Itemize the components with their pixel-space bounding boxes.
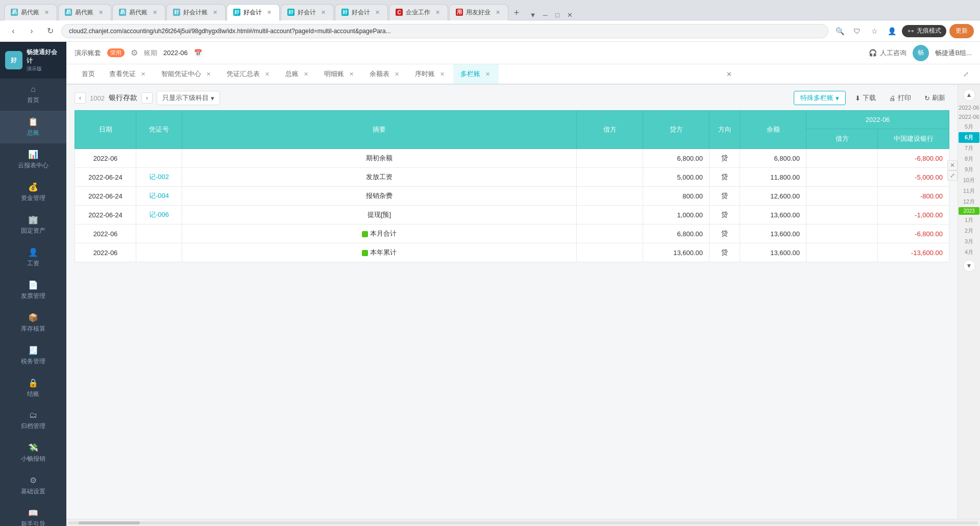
- next-account-button[interactable]: ›: [141, 92, 153, 104]
- sidebar-item-ledger[interactable]: 📋 总账: [0, 111, 66, 143]
- panel-expand-button[interactable]: ⤢: [947, 170, 958, 181]
- page-tab-close-detail_ledger[interactable]: ✕: [347, 70, 355, 78]
- month-item[interactable]: 12月: [959, 196, 979, 207]
- page-tab-smart[interactable]: 智能凭证中心✕: [154, 64, 219, 85]
- account-name[interactable]: 银行存款: [109, 93, 137, 103]
- tab-close-t5[interactable]: ✕: [265, 8, 273, 16]
- incognito-button[interactable]: 👓 无痕模式: [902, 25, 946, 37]
- month-item[interactable]: 2023: [959, 207, 979, 215]
- tab-close-t4[interactable]: ✕: [211, 8, 219, 16]
- tab-close-t3[interactable]: ✕: [151, 8, 159, 16]
- refresh-nav-button[interactable]: ↻: [43, 24, 57, 38]
- scroll-thumb[interactable]: [79, 521, 140, 524]
- horizontal-scrollbar[interactable]: [66, 519, 980, 526]
- browser-tab-t3[interactable]: 易 易代账 ✕: [112, 4, 165, 20]
- browser-tab-t1[interactable]: 易 易代账 ✕: [4, 4, 57, 20]
- page-tab-close-smart[interactable]: ✕: [204, 70, 212, 78]
- page-tab-close-general_ledger[interactable]: ✕: [302, 70, 310, 78]
- page-tab-close-vouchers[interactable]: ✕: [139, 70, 147, 78]
- sidebar-item-inventory[interactable]: 📦 库存核算: [0, 307, 66, 339]
- tab-expand-button[interactable]: ⤢: [960, 68, 972, 80]
- page-tab-close-sequence[interactable]: ✕: [438, 70, 446, 78]
- sidebar-item-reports[interactable]: 📊 云报表中心: [0, 143, 66, 176]
- browser-tab-t4[interactable]: 好 好会计账 ✕: [166, 4, 226, 20]
- prev-account-button[interactable]: ‹: [75, 92, 86, 104]
- consult-button[interactable]: 🎧 人工咨询: [869, 48, 906, 58]
- month-item[interactable]: 5月: [959, 121, 979, 132]
- forward-button[interactable]: ›: [24, 24, 39, 38]
- user-name[interactable]: 畅捷通B组...: [935, 48, 972, 58]
- tab-collapse-button[interactable]: ✕: [723, 68, 736, 80]
- page-tab-detail_ledger[interactable]: 明细账✕: [317, 64, 362, 85]
- month-item[interactable]: 10月: [959, 175, 979, 186]
- month-item[interactable]: 2月: [959, 226, 979, 236]
- page-tab-close-voucher_summary[interactable]: ✕: [263, 70, 271, 78]
- minimize-button[interactable]: ─: [540, 10, 550, 20]
- month-item[interactable]: 4月: [959, 247, 979, 258]
- settings-gear-icon[interactable]: ⚙: [131, 48, 138, 58]
- tab-close-t7[interactable]: ✕: [373, 8, 381, 16]
- page-tab-vouchers[interactable]: 查看凭证✕: [102, 64, 154, 85]
- voucher-link[interactable]: 记-002: [149, 173, 169, 181]
- calendar-icon[interactable]: 📅: [194, 49, 202, 57]
- page-tab-home[interactable]: 首页: [75, 64, 102, 85]
- month-item[interactable]: 3月: [959, 236, 979, 247]
- filter-select[interactable]: 只显示下级科目 ▾: [157, 91, 220, 105]
- tag-badge[interactable]: 荣用: [107, 48, 125, 57]
- download-button[interactable]: ⬇ 下载: [851, 91, 880, 105]
- refresh-ledger-button[interactable]: ↻ 刷新: [920, 91, 949, 105]
- browser-tab-t2[interactable]: 易 易代账 ✕: [58, 4, 111, 20]
- page-tab-close-balance[interactable]: ✕: [393, 70, 401, 78]
- tab-list-button[interactable]: ▼: [528, 10, 538, 20]
- browser-tab-t9[interactable]: 用 用友好业 ✕: [449, 4, 508, 20]
- bookmark-button[interactable]: ☆: [867, 24, 881, 38]
- browser-tab-t5[interactable]: 好 好会计 ✕: [227, 4, 280, 20]
- month-item[interactable]: 9月: [959, 164, 979, 175]
- profile-button[interactable]: 👤: [885, 24, 899, 38]
- voucher-link[interactable]: 记-004: [149, 192, 169, 199]
- sidebar-item-home[interactable]: ⌂ 首页: [0, 79, 66, 111]
- month-item[interactable]: 11月: [959, 186, 979, 196]
- month-item[interactable]: 1月: [959, 215, 979, 226]
- month-item[interactable]: 2022-06: [959, 103, 979, 112]
- maximize-button[interactable]: □: [552, 10, 562, 20]
- page-tab-sequence[interactable]: 序时账✕: [408, 64, 453, 85]
- tab-close-t2[interactable]: ✕: [96, 8, 105, 16]
- multi-col-button[interactable]: 特殊多栏账 ▾: [794, 91, 846, 105]
- new-tab-button[interactable]: +: [509, 6, 524, 20]
- page-tab-balance[interactable]: 余额表✕: [362, 64, 408, 85]
- tab-close-t8[interactable]: ✕: [433, 8, 442, 16]
- sidebar-item-guide[interactable]: 📖 新手引导: [0, 502, 66, 526]
- sidebar-item-assets[interactable]: 🏢 固定资产: [0, 209, 66, 241]
- month-item[interactable]: 2022-06: [959, 112, 979, 121]
- tab-close-t6[interactable]: ✕: [319, 8, 327, 16]
- browser-tab-t8[interactable]: C 企业工作 ✕: [389, 4, 448, 20]
- cell-voucher[interactable]: 记-004: [136, 187, 182, 206]
- sidebar-item-settings[interactable]: ⚙ 基础设置: [0, 469, 66, 502]
- back-button[interactable]: ‹: [6, 24, 20, 38]
- cell-voucher[interactable]: 记-002: [136, 168, 182, 187]
- tab-close-t9[interactable]: ✕: [494, 8, 502, 16]
- page-tab-close-multi_col[interactable]: ✕: [483, 70, 492, 78]
- tab-close-t1[interactable]: ✕: [42, 8, 51, 16]
- page-tab-voucher_summary[interactable]: 凭证汇总表✕: [219, 64, 278, 85]
- panel-close-button[interactable]: ✕: [947, 160, 958, 170]
- sidebar-item-funds[interactable]: 💰 资金管理: [0, 176, 66, 209]
- browser-tab-t7[interactable]: 好 好会计 ✕: [335, 4, 388, 20]
- month-scroll-down-button[interactable]: ▼: [963, 260, 975, 272]
- month-item[interactable]: 7月: [959, 143, 979, 154]
- sidebar-item-close[interactable]: 🔒 结账: [0, 372, 66, 405]
- month-scroll-up-button[interactable]: ▲: [963, 89, 975, 101]
- sidebar-item-archive[interactable]: 🗂 归档管理: [0, 405, 66, 437]
- browser-tab-t6[interactable]: 好 好会计 ✕: [281, 4, 334, 20]
- search-browser-button[interactable]: 🔍: [832, 24, 847, 38]
- print-button[interactable]: 🖨 打印: [885, 91, 915, 105]
- cell-voucher[interactable]: 记-006: [136, 206, 182, 224]
- sidebar-item-invoice[interactable]: 📄 发票管理: [0, 274, 66, 307]
- month-item[interactable]: 6月: [959, 132, 979, 143]
- update-button[interactable]: 更新: [949, 24, 974, 38]
- page-tab-multi_col[interactable]: 多栏账✕: [453, 64, 499, 85]
- sidebar-item-payroll[interactable]: 👤 工资: [0, 241, 66, 274]
- address-input[interactable]: [61, 24, 828, 38]
- sidebar-item-tax[interactable]: 🧾 税务管理: [0, 339, 66, 372]
